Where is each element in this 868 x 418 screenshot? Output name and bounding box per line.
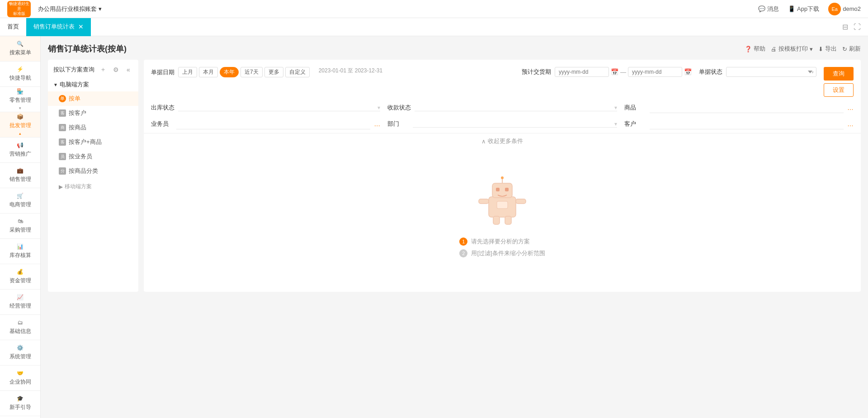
- bill-status-select-wrap: ▾: [726, 67, 816, 77]
- scheme-item-by-category[interactable]: 分 按商品分类: [48, 164, 138, 178]
- tab-sales-order[interactable]: 销售订单统计表 ✕: [26, 18, 91, 36]
- collapse-bar: ∧ 收起更多条件: [144, 133, 861, 147]
- mobile-section-header[interactable]: ▶ 移动端方案: [48, 180, 138, 193]
- chevron-up-icon: ▴: [19, 131, 21, 136]
- username: demo2: [843, 5, 861, 12]
- sidebar-item-sales[interactable]: 💼 销售管理: [0, 163, 40, 188]
- sidebar-item-search-menu[interactable]: 🔍 搜索菜单: [0, 36, 40, 62]
- sidebar-item-label: 营销推广: [9, 150, 31, 158]
- payment-status-select[interactable]: [415, 104, 614, 111]
- sidebar-item-label: 新手引导: [9, 404, 31, 411]
- sidebar-item-operations[interactable]: 📈 经营管理: [0, 290, 40, 315]
- sidebar-item-label: 采购管理: [9, 226, 31, 234]
- sidebar-item-appstore[interactable]: 🔲 应用中心: [0, 416, 40, 418]
- tab-home[interactable]: 首页: [0, 18, 26, 36]
- scheme-item-by-order[interactable]: 单 按单: [48, 91, 138, 106]
- left-panel-actions: ＋ ⚙ «: [99, 65, 133, 74]
- bill-status-select[interactable]: [726, 67, 816, 77]
- sidebar-item-wholesale[interactable]: 📦 批发管理 ▴: [0, 112, 40, 138]
- tab-minimize-icon[interactable]: ⊟: [842, 23, 848, 31]
- expected-date-start[interactable]: [555, 67, 609, 77]
- logo-subtext: 标准版: [13, 11, 25, 16]
- setting-button[interactable]: 设置: [824, 83, 854, 97]
- scheme-label: 按客户: [69, 109, 86, 117]
- customer-more-icon[interactable]: …: [847, 120, 854, 128]
- date-btn-this-year[interactable]: 本年: [220, 67, 239, 77]
- out-status-filter: 出库状态 ▾: [151, 102, 380, 113]
- svg-point-5: [501, 176, 504, 179]
- add-scheme-btn[interactable]: ＋: [99, 65, 108, 74]
- date-range-text: 2023-01-01 至 2023-12-31: [319, 67, 382, 75]
- collapse-panel-btn[interactable]: «: [124, 65, 133, 74]
- sidebar-item-label: 经营管理: [9, 302, 31, 310]
- sidebar-item-marketing[interactable]: 📢 营销推广: [0, 138, 40, 163]
- sidebar-item-label: 资金管理: [9, 277, 31, 285]
- query-button[interactable]: 查询: [824, 67, 854, 81]
- date-btn-more[interactable]: 更多: [264, 67, 283, 77]
- help-btn[interactable]: ❓ 帮助: [745, 45, 765, 53]
- calendar-icon-1[interactable]: 📅: [611, 68, 618, 76]
- print-btn[interactable]: 🖨 按模板打印 ▾: [771, 45, 813, 53]
- settings-scheme-btn[interactable]: ⚙: [111, 65, 120, 74]
- filter-row-1: 单据日期 上月 本月 本年 近7天 更多 自定义 2023-01-01 至 20…: [151, 67, 854, 97]
- download-btn[interactable]: 📱 App下载: [788, 5, 819, 13]
- salesperson-label: 业务员: [151, 120, 173, 128]
- scheme-item-by-customer-goods[interactable]: 客 按客户+商品: [48, 135, 138, 149]
- sidebar-item-label: 快捷导航: [9, 74, 31, 82]
- message-btn[interactable]: 💬 消息: [758, 5, 779, 13]
- calendar-icon-2[interactable]: 📅: [684, 68, 692, 76]
- quick-nav-icon: ⚡: [17, 66, 24, 72]
- sidebar-item-system[interactable]: ⚙️ 系统管理: [0, 340, 40, 366]
- sales-icon: 💼: [17, 167, 24, 174]
- newbie-icon: 🎓: [17, 395, 24, 402]
- sidebar-item-basic[interactable]: 🗂 基础信息: [0, 315, 40, 340]
- layout: 🔍 搜索菜单 ⚡ 快捷导航 🏪 零售管理 ▾ 📦 批发管理 ▴ 📢 营销推广 💼…: [0, 36, 868, 418]
- customer-filter: 客户 …: [624, 119, 854, 129]
- bill-status-label: 单据状态: [699, 68, 722, 76]
- date-btn-this-month[interactable]: 本月: [199, 67, 218, 77]
- app-dropdown[interactable]: 办公用品行业模拟账套 ▾: [38, 5, 102, 13]
- sidebar-item-finance[interactable]: 💰 资金管理: [0, 264, 40, 290]
- enterprise-icon: 🤝: [17, 370, 24, 376]
- goods-more-icon[interactable]: …: [847, 104, 854, 111]
- tab-close-icon[interactable]: ✕: [78, 23, 84, 30]
- goods-input[interactable]: [650, 102, 844, 113]
- user-btn[interactable]: Ea demo2: [828, 3, 861, 15]
- tab-maximize-icon[interactable]: ⛶: [854, 23, 861, 31]
- sidebar-item-quick-nav[interactable]: ⚡ 快捷导航: [0, 62, 40, 87]
- date-btn-7days[interactable]: 近7天: [241, 67, 263, 77]
- expected-date-end[interactable]: [628, 67, 682, 77]
- scheme-section-pc: ▼ 电脑端方案 单 按单 客 按客户 商: [48, 78, 138, 180]
- export-btn[interactable]: ⬇ 导出: [818, 45, 837, 53]
- finance-icon: 💰: [17, 269, 24, 275]
- scheme-section-pc-header[interactable]: ▼ 电脑端方案: [48, 78, 138, 91]
- mobile-section-label: 移动端方案: [65, 183, 92, 190]
- sidebar-item-inventory[interactable]: 📊 库存核算: [0, 239, 40, 264]
- sidebar-item-purchase[interactable]: 🛍 采购管理: [0, 214, 40, 239]
- date-btn-last-month[interactable]: 上月: [178, 67, 197, 77]
- sidebar-item-ecommerce[interactable]: 🛒 电商管理: [0, 188, 40, 214]
- sidebar-item-retail[interactable]: 🏪 零售管理 ▾: [0, 87, 40, 112]
- sidebar-item-newbie[interactable]: 🎓 新手引导: [0, 391, 40, 416]
- customer-input[interactable]: [650, 119, 844, 129]
- sidebar-item-enterprise[interactable]: 🤝 企业协同: [0, 366, 40, 391]
- scheme-item-by-salesperson[interactable]: 员 按业务员: [48, 149, 138, 164]
- purchase-icon: 🛍: [18, 218, 23, 224]
- payment-status-select-wrap: ▾: [415, 104, 617, 111]
- out-status-select[interactable]: [178, 104, 377, 111]
- collapse-btn[interactable]: ∧ 收起更多条件: [481, 137, 523, 145]
- tip-text-1: 请先选择要分析的方案: [471, 238, 530, 246]
- salesperson-input[interactable]: [176, 119, 370, 129]
- refresh-btn[interactable]: ↻ 刷新: [842, 45, 861, 53]
- svg-rect-7: [516, 199, 526, 204]
- expected-date-label: 预计交货期: [522, 68, 551, 76]
- page-title: 销售订单统计表(按单): [48, 43, 127, 54]
- ecommerce-icon: 🛒: [17, 193, 24, 199]
- dept-select[interactable]: [413, 120, 614, 127]
- scheme-item-by-customer[interactable]: 客 按客户: [48, 106, 138, 120]
- scheme-item-by-goods[interactable]: 商 按商品: [48, 120, 138, 135]
- date-btn-custom[interactable]: 自定义: [285, 67, 310, 77]
- topbar-right: 💬 消息 📱 App下载 Ea demo2: [758, 3, 861, 15]
- dept-filter: 部门 ▾: [387, 119, 617, 129]
- salesperson-more-icon[interactable]: …: [374, 120, 380, 128]
